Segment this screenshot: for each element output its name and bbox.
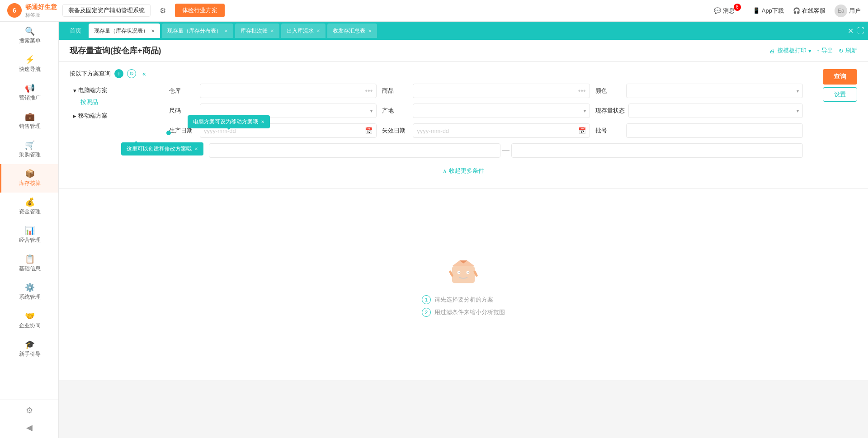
content-area: 首页 现存量（库存状况表） ✕ 现存量（库存分布表） ✕ 库存批次账 ✕ 出入库… (59, 22, 868, 438)
warehouse-select[interactable]: ••• (200, 84, 377, 98)
filter-row-4: 现存量（主） — (169, 143, 803, 158)
message-item[interactable]: 💬 消息 6 (714, 7, 744, 15)
tab-inventory-dist-close[interactable]: ✕ (224, 28, 228, 33)
reset-button[interactable]: 设置 (823, 87, 857, 102)
sidebar-item-marketing[interactable]: 📢 营销推广 (0, 79, 58, 107)
scheme-group-mobile-header[interactable]: ▸ 移动端方案 (70, 110, 151, 122)
tab-batch-account[interactable]: 库存批次账 ✕ (235, 24, 279, 38)
filter-item-product: 商品 ••• (382, 84, 590, 98)
tab-batch-account-close[interactable]: ✕ (270, 28, 274, 33)
origin-select[interactable]: ▾ (413, 104, 590, 118)
logo-area: 6 畅通好生意 标签版 (7, 3, 57, 19)
top-header: 6 畅通好生意 标签版 装备及固定资产辅助管理系统 ⚙ 体验行业方案 💬 消息 … (0, 0, 868, 22)
query-button[interactable]: 查询 (823, 69, 857, 85)
tab-inventory-status-label: 现存量（库存状况表） (94, 27, 148, 35)
scheme-item-product[interactable]: 按照品 (70, 96, 151, 108)
product-select[interactable]: ••• (413, 84, 590, 98)
purchase-icon: 🛒 (25, 141, 35, 149)
page-content: 现存量查询(按仓库+商品) 🖨 按模板打印 ▾ ↑ 导出 ↻ 刷新 (59, 40, 868, 438)
refresh-label: 刷新 (845, 47, 857, 55)
collapse-label: 收起更多条件 (449, 167, 484, 175)
product-label: 商品 (382, 87, 409, 95)
empty-state-container: 1 请先选择要分析的方案 2 用过滤条件来缩小分析范围 (59, 188, 868, 380)
collapse-more[interactable]: ∧ 收起更多条件 (70, 163, 857, 179)
scheme-group-desktop: ▾ 电脑端方案 按照品 (70, 85, 151, 108)
tooltip-1-close[interactable]: ✕ (261, 119, 264, 124)
color-select[interactable]: ▾ (626, 84, 803, 98)
tab-inout-flow-close[interactable]: ✕ (316, 28, 320, 33)
filter-header: 按以下方案查询 + ↻ « (70, 69, 857, 78)
tooltip-2-close[interactable]: ✕ (194, 146, 198, 151)
step-2-num: 2 (422, 308, 431, 317)
empty-step-1: 1 请先选择要分析的方案 (422, 295, 505, 304)
sidebar-item-quick-nav[interactable]: ⚡ 快速导航 (0, 50, 58, 79)
stock-main-to[interactable] (511, 143, 803, 158)
tab-close-all-btn[interactable]: ✕ (848, 27, 854, 35)
tab-home[interactable]: 首页 (62, 22, 89, 40)
sidebar-item-basic-info[interactable]: 📋 基础信息 (0, 250, 58, 278)
sidebar-item-guide[interactable]: 🎓 新手引导 (0, 335, 58, 363)
inventory-icon: 📦 (25, 170, 35, 178)
marketing-icon: 📢 (25, 84, 35, 92)
scheme-group-desktop-header[interactable]: ▾ 电脑端方案 (70, 85, 151, 96)
collapse-icon: ∧ (443, 168, 447, 174)
empty-state: 1 请先选择要分析的方案 2 用过滤条件来缩小分析范围 (59, 216, 868, 353)
refresh-button[interactable]: ↻ 刷新 (839, 47, 857, 55)
user-item[interactable]: Ea 用户 (835, 5, 861, 17)
expire-date-placeholder: yyyy-mm-dd (417, 127, 449, 134)
guide-icon: 🎓 (25, 340, 35, 349)
settings-icon[interactable]: ⚙ (156, 4, 170, 17)
sidebar-item-search-menu[interactable]: 🔍 搜索菜单 (0, 22, 58, 50)
filter-item-expire-date: 失效日期 yyyy-mm-dd 📅 (382, 123, 590, 138)
online-support-item[interactable]: 🎧 在线客服 (793, 7, 826, 15)
stock-main-range: — (209, 143, 803, 158)
tab-receive-send[interactable]: 收发存汇总表 ✕ (327, 24, 377, 38)
sidebar-item-sales[interactable]: 💼 销售管理 (0, 107, 58, 136)
sidebar-item-system[interactable]: ⚙️ 系统管理 (0, 278, 58, 306)
tab-inventory-dist[interactable]: 现存量（库存分布表） ✕ (162, 24, 233, 38)
export-button[interactable]: ↑ 导出 (817, 47, 834, 55)
svg-point-3 (458, 272, 460, 273)
app-download-item[interactable]: 📱 App下载 (753, 7, 784, 15)
sidebar-item-inventory[interactable]: 📦 库存核算 (0, 164, 58, 193)
expire-date-label: 失效日期 (382, 127, 409, 135)
sidebar-item-finance[interactable]: 💰 资金管理 (0, 193, 58, 221)
tab-receive-send-close[interactable]: ✕ (368, 28, 372, 33)
footer-collapse-icon[interactable]: ◀ (26, 423, 33, 433)
template-print-button[interactable]: 🖨 按模板打印 ▾ (769, 47, 811, 55)
logo-sub-text: 标签版 (25, 12, 57, 19)
chevron-down-icon: ▾ (73, 87, 76, 94)
step-1-text: 请先选择要分析的方案 (434, 296, 493, 304)
sidebar-item-operation[interactable]: 📊 经营管理 (0, 221, 58, 250)
sidebar-item-enterprise[interactable]: 🤝 企业协同 (0, 306, 58, 335)
export-icon: ↑ (817, 47, 820, 54)
tab-inout-flow[interactable]: 出入库流水 ✕ (281, 24, 326, 38)
dropdown-arrow-icon: ▾ (808, 47, 811, 54)
tab-bar: 首页 现存量（库存状况表） ✕ 现存量（库存分布表） ✕ 库存批次账 ✕ 出入库… (59, 22, 868, 40)
tooltip-1-text: 电脑方案可设为移动方案哦 (193, 118, 258, 126)
sidebar-label-search-menu: 搜索菜单 (19, 37, 41, 45)
expire-date-input[interactable]: yyyy-mm-dd 📅 (413, 123, 590, 138)
sidebar-label-enterprise: 企业协同 (19, 322, 41, 330)
footer-settings-icon[interactable]: ⚙ (26, 405, 33, 415)
tab-inventory-status-close[interactable]: ✕ (151, 28, 155, 33)
sidebar-label-operation: 经营管理 (19, 236, 41, 244)
filter-add-button[interactable]: + (114, 69, 123, 78)
empty-illustration (441, 252, 486, 288)
system-name: 装备及固定资产辅助管理系统 (62, 4, 151, 17)
sidebar: 🔍 搜索菜单 ⚡ 快速导航 📢 营销推广 💼 销售管理 🛒 采购管理 📦 库存核… (0, 22, 59, 438)
stock-status-select[interactable]: ▾ (628, 104, 803, 118)
tab-inventory-dist-label: 现存量（库存分布表） (167, 27, 222, 35)
stock-main-from[interactable] (209, 143, 500, 158)
size-label: 尺码 (169, 107, 196, 115)
sidebar-item-purchase[interactable]: 🛒 采购管理 (0, 136, 58, 164)
filter-back-button[interactable]: « (140, 69, 149, 78)
industry-button[interactable]: 体验行业方案 (175, 4, 225, 17)
tab-fullscreen-btn[interactable]: ⛶ (857, 27, 864, 35)
filter-refresh-button[interactable]: ↻ (127, 69, 136, 78)
batch-no-input[interactable] (626, 123, 803, 138)
filter-item-batch-no: 批号 (595, 123, 803, 138)
produce-date-calendar-icon: 📅 (365, 127, 373, 134)
tab-inout-flow-label: 出入库流水 (287, 27, 314, 35)
tab-inventory-status[interactable]: 现存量（库存状况表） ✕ (89, 24, 160, 38)
